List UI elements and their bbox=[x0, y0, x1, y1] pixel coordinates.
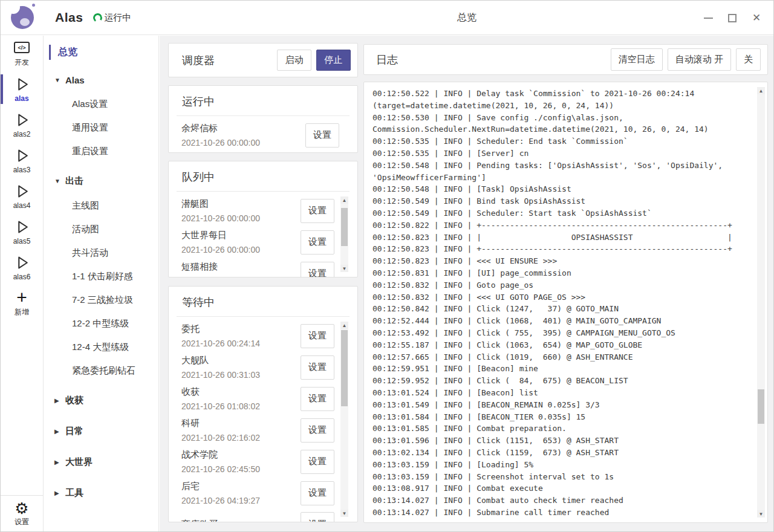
task-info: 科研2021-10-26 02:16:02 bbox=[181, 418, 260, 443]
rail-item-add[interactable]: +新增 bbox=[1, 285, 43, 321]
task-name: 科研 bbox=[181, 418, 260, 429]
task-time: 2021-10-26 00:00:00 bbox=[181, 245, 260, 255]
nav-group-harvest[interactable]: ▶收获 bbox=[44, 388, 158, 414]
task-row: 后宅2021-10-26 04:19:27设置 bbox=[181, 477, 334, 508]
log-header: 日志 清空日志 自动滚动 开 关 bbox=[363, 44, 768, 75]
task-setting-button[interactable]: 设置 bbox=[301, 481, 334, 505]
nav-group-tool[interactable]: ▶工具 bbox=[44, 480, 158, 506]
nav-subitem[interactable]: 12-4 大型练级 bbox=[44, 336, 158, 359]
play-icon bbox=[15, 148, 30, 164]
task-info: 后宅2021-10-26 04:19:27 bbox=[181, 481, 260, 505]
scroll-up-icon[interactable]: ▲ bbox=[340, 196, 348, 204]
task-setting-button[interactable]: 设置 bbox=[301, 387, 334, 411]
task-setting-button[interactable]: 设置 bbox=[301, 199, 334, 223]
scrollbar-thumb[interactable] bbox=[758, 389, 764, 424]
minimize-button[interactable] bbox=[696, 6, 720, 30]
nav-subitem[interactable]: 共斗活动 bbox=[44, 241, 158, 265]
task-info: 商店购买 bbox=[181, 519, 218, 522]
task-list: 潜艇图2021-10-26 00:00:00设置大世界每日2021-10-26 … bbox=[169, 192, 340, 277]
rail-item-alas2[interactable]: alas2 bbox=[1, 107, 43, 143]
nav-subitem[interactable]: 主线图 bbox=[44, 194, 158, 218]
rail-item-alas6[interactable]: alas6 bbox=[1, 250, 43, 285]
task-setting-button[interactable]: 设置 bbox=[301, 230, 334, 255]
rail-item-label: alas4 bbox=[13, 201, 31, 210]
scrollbar[interactable]: ▲▼ bbox=[340, 196, 348, 272]
task-setting-button[interactable]: 设置 bbox=[305, 123, 339, 148]
nav-subitem[interactable]: 通用设置 bbox=[44, 116, 158, 140]
section-body: 委托2021-10-26 00:24:14设置大舰队2021-10-26 00:… bbox=[169, 317, 357, 522]
nav-subitem[interactable]: 重启设置 bbox=[44, 140, 158, 163]
task-time: 2021-10-26 00:24:14 bbox=[181, 339, 260, 348]
task-info: 潜艇图2021-10-26 00:00:00 bbox=[181, 198, 260, 223]
task-setting-button[interactable]: 设置 bbox=[301, 512, 334, 522]
section-title: 运行中 bbox=[177, 86, 350, 116]
task-setting-button[interactable]: 设置 bbox=[301, 324, 334, 348]
rail-item-label: 新增 bbox=[15, 307, 29, 317]
task-row: 大舰队2021-10-26 00:31:03设置 bbox=[181, 351, 334, 383]
nav-subitem[interactable]: 7-2 三战捡垃圾 bbox=[44, 288, 158, 312]
minimize-icon bbox=[704, 18, 713, 19]
rail-item-alas5[interactable]: alas5 bbox=[1, 214, 43, 250]
clear-log-button[interactable]: 清空日志 bbox=[611, 48, 663, 71]
nav-group-sortie[interactable]: ▼出击 bbox=[44, 168, 158, 194]
section-title: 等待中 bbox=[177, 287, 350, 317]
task-name: 大世界每日 bbox=[181, 230, 260, 241]
rail-item-dev[interactable]: </>开发 bbox=[1, 36, 43, 71]
nav-subitem[interactable]: 紧急委托刷钻石 bbox=[44, 359, 158, 383]
scroll-down-icon[interactable]: ▼ bbox=[340, 510, 348, 517]
task-time: 2021-10-26 00:00:00 bbox=[181, 138, 260, 148]
task-time: 2021-10-26 00:31:03 bbox=[181, 370, 260, 380]
task-setting-button[interactable]: 设置 bbox=[301, 262, 334, 277]
nav-subitem[interactable]: 活动图 bbox=[44, 218, 158, 241]
task-info: 余烬信标2021-10-26 00:00:00 bbox=[181, 123, 260, 148]
nav-group-opsi[interactable]: ▶大世界 bbox=[44, 449, 158, 475]
scheduler-header: 调度器 启动 停止 bbox=[168, 43, 358, 77]
rail-item-label: alas5 bbox=[13, 237, 31, 245]
play-icon bbox=[15, 255, 30, 271]
rail-item-settings[interactable]: ⚙ 设置 bbox=[1, 495, 43, 531]
scroll-up-icon[interactable]: ▲ bbox=[757, 87, 765, 94]
task-setting-button[interactable]: 设置 bbox=[301, 355, 334, 380]
nav-item-overview[interactable]: 总览 bbox=[44, 43, 158, 62]
scrollbar-track[interactable] bbox=[757, 94, 765, 510]
scrollbar-track[interactable] bbox=[340, 204, 348, 265]
rail-item-alas4[interactable]: alas4 bbox=[1, 178, 43, 214]
scrollbar[interactable]: ▲▼ bbox=[340, 322, 348, 517]
chevron-right-icon: ▶ bbox=[54, 490, 65, 496]
task-setting-button[interactable]: 设置 bbox=[301, 450, 334, 474]
task-setting-button[interactable]: 设置 bbox=[301, 418, 334, 443]
scheduler-column: 调度器 启动 停止 运行中余烬信标2021-10-26 00:00:00设置队列… bbox=[168, 43, 358, 522]
rail-item-label: alas6 bbox=[13, 273, 31, 281]
stop-button[interactable]: 停止 bbox=[316, 50, 351, 71]
close-button[interactable]: ✕ bbox=[744, 6, 769, 30]
rail-item-label: alas3 bbox=[13, 166, 31, 174]
section-body: 余烬信标2021-10-26 00:00:00设置 bbox=[169, 116, 357, 152]
rail-item-alas3[interactable]: alas3 bbox=[1, 143, 43, 178]
scroll-down-icon[interactable]: ▼ bbox=[757, 510, 765, 517]
plus-icon: + bbox=[16, 289, 27, 305]
scrollbar-thumb[interactable] bbox=[341, 208, 348, 246]
close-icon: ✕ bbox=[752, 13, 761, 23]
nav-group-daily[interactable]: ▶日常 bbox=[44, 418, 158, 444]
nav-group-alas[interactable]: ▼Alas bbox=[44, 68, 158, 92]
nav-subitem[interactable]: 12-2 中型练级 bbox=[44, 312, 158, 336]
rail-item-label: alas bbox=[15, 94, 28, 103]
start-button[interactable]: 启动 bbox=[277, 50, 311, 71]
app-window: Alas 运行中 总览 ✕ </>开发alasalas2alas3alas4al… bbox=[0, 0, 774, 532]
task-info: 大世界每日2021-10-26 00:00:00 bbox=[181, 230, 260, 255]
scrollbar-track[interactable] bbox=[340, 329, 348, 510]
rail-item-alas[interactable]: alas bbox=[1, 71, 43, 107]
scroll-up-icon[interactable]: ▲ bbox=[340, 322, 348, 329]
scrollbar-thumb[interactable] bbox=[341, 330, 348, 406]
scroll-down-icon[interactable]: ▼ bbox=[340, 265, 348, 272]
autoscroll-toggle-button[interactable]: 自动滚动 开 bbox=[668, 48, 731, 71]
app-logo-icon bbox=[11, 6, 34, 29]
maximize-button[interactable] bbox=[720, 6, 744, 30]
scrollbar[interactable]: ▲▼ bbox=[757, 87, 765, 517]
status-label: 运行中 bbox=[104, 12, 131, 24]
nav-subitem[interactable]: Alas设置 bbox=[44, 92, 158, 116]
titlebar: Alas 运行中 总览 ✕ bbox=[1, 1, 773, 35]
nav-subitem[interactable]: 1-1 伏击刷好感 bbox=[44, 265, 158, 288]
log-close-button[interactable]: 关 bbox=[736, 48, 761, 71]
task-time: 2021-10-26 04:19:27 bbox=[181, 496, 260, 505]
